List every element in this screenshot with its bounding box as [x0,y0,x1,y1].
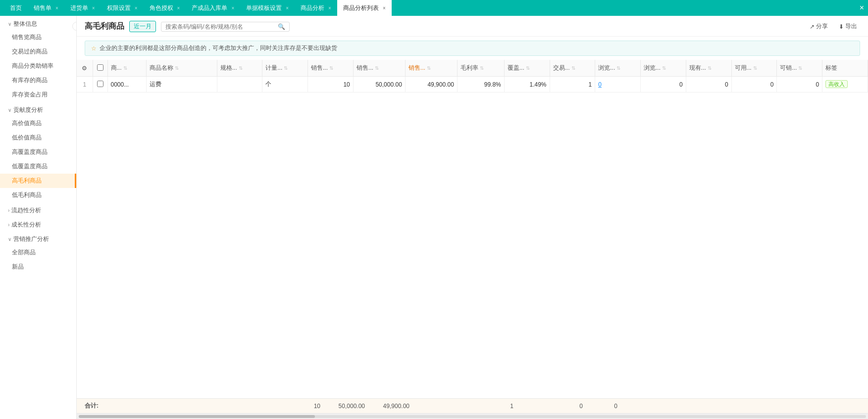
sort-saleable-icon[interactable]: ⇅ [798,65,802,71]
cell-sales-amount: 50,000.00 [353,77,405,93]
sidebar-group-contribution-arrow: ∨ [8,107,11,113]
sort-trade-icon[interactable]: ⇅ [571,65,575,71]
sidebar-item-low-value[interactable]: 低价值商品 [0,131,76,145]
sort-coverage-icon[interactable]: ⇅ [526,65,530,71]
col-settings[interactable]: ⚙ [77,60,93,77]
row-checkbox[interactable] [97,81,103,87]
nav-analysis-list-label: 商品分析列表 [343,4,379,12]
export-button[interactable]: ⬇ 导出 [836,21,860,32]
cell-browse2: 0 [641,77,686,93]
time-filter-button[interactable]: 近一月 [129,21,156,32]
sidebar-item-sales-overview[interactable]: 销售览商品 [0,30,76,45]
nav-role[interactable]: 角色授权 × [144,0,186,16]
nav-template[interactable]: 单据模板设置 × [240,0,295,16]
sort-name-icon[interactable]: ⇅ [175,65,179,71]
sort-browse2-icon[interactable]: ⇅ [662,65,666,71]
nav-sales-close[interactable]: × [55,5,58,11]
sidebar-item-high-coverage[interactable]: 高覆盖度商品 [0,145,76,159]
sort-gross-rate-icon[interactable]: ⇅ [480,65,484,71]
cell-gross-rate: 99.8% [457,77,504,93]
col-sales-amount: 销售... ⇅ [353,60,405,77]
col-browse1: 浏览... ⇅ [595,60,641,77]
sort-sales-cost-icon[interactable]: ⇅ [427,65,431,71]
content-header: 高毛利商品 近一月 🔍 ↗ 分享 ⬇ 导出 [77,16,868,37]
settings-icon[interactable]: ⚙ [82,65,87,72]
horizontal-scrollbar[interactable] [77,413,868,419]
info-banner: ☆ 企业的主要的利润都是这部分商品创造的，可考虑加大推广，同时关注库存是不要出现… [85,41,860,56]
cell-tag: 高收入 [822,77,868,93]
sidebar-item-high-margin[interactable]: 高毛利商品 [0,174,76,188]
footer-sales-cost: 49,900.00 [368,403,412,410]
nav-purchase[interactable]: 进货单 × [64,0,101,16]
sort-code-icon[interactable]: ⇅ [123,65,127,71]
sidebar-item-high-value[interactable]: 高价值商品 [0,116,76,131]
cell-trade: 1 [550,77,595,93]
nav-permissions-close[interactable]: × [135,5,138,11]
nav-home[interactable]: 首页 [4,0,28,16]
search-icon[interactable]: 🔍 [278,23,285,30]
data-table: ⚙ 商... ⇅ 商品名称 [77,60,868,93]
sidebar-group-growth[interactable]: › 成长性分析 [0,217,76,231]
col-current-stock: 现有... ⇅ [686,60,731,77]
sidebar-group-trend-arrow: › [8,208,9,213]
share-button[interactable]: ↗ 分享 [807,21,831,32]
cell-checkbox[interactable] [93,77,107,93]
table-container[interactable]: ⚙ 商... ⇅ 商品名称 [77,60,868,398]
nav-production-close[interactable]: × [231,5,234,11]
nav-analysis-list-close[interactable]: × [383,5,386,11]
close-all-tabs[interactable]: × [860,3,864,12]
sidebar-item-low-margin[interactable]: 低毛利商品 [0,188,76,202]
sort-unit-icon[interactable]: ⇅ [284,65,288,71]
scrollbar-thumb[interactable] [79,415,315,418]
page-title: 高毛利商品 [85,21,124,32]
share-label: 分享 [816,22,828,31]
sidebar-item-new-products[interactable]: 新品 [0,260,76,274]
sidebar-item-stock-capital[interactable]: 库存资金占用 [0,88,76,102]
sort-available-icon[interactable]: ⇅ [753,65,757,71]
sidebar-item-traded[interactable]: 交易过的商品 [0,45,76,59]
nav-role-close[interactable]: × [177,5,180,11]
sidebar-group-contribution[interactable]: ∨ 贡献度分析 [0,102,76,116]
nav-production[interactable]: 产成品入库单 × [186,0,240,16]
col-saleable: 可销... ⇅ [777,60,822,77]
nav-analysis[interactable]: 商品分析 × [295,0,337,16]
scrollbar-track [79,415,866,418]
footer-total-label: 合计: [85,402,119,410]
nav-analysis-close[interactable]: × [328,5,331,11]
search-input[interactable] [165,23,278,30]
sidebar-item-in-stock[interactable]: 有库存的商品 [0,73,76,88]
nav-role-label: 角色授权 [150,4,173,12]
nav-permissions[interactable]: 权限设置 × [101,0,144,16]
sidebar-group-overall[interactable]: ∨ 整体信息 [0,16,76,30]
footer-browse2: 0 [551,403,586,410]
select-all-checkbox[interactable] [97,64,103,71]
sort-sales-amount-icon[interactable]: ⇅ [375,65,379,71]
col-sales-qty: 销售... ⇅ [308,60,354,77]
cell-sales-qty: 10 [308,77,354,93]
sidebar-item-category-rate[interactable]: 商品分类助销率 [0,59,76,73]
nav-sales[interactable]: 销售单 × [28,0,64,16]
cell-sales-cost: 49,900.00 [405,77,457,93]
info-icon: ☆ [91,45,97,52]
sidebar-item-all-products[interactable]: 全部商品 [0,245,76,260]
table-row: 1 0000... 运费 个 10 50,000.00 49,900.00 99… [77,77,868,93]
footer-total-columns: 10 50,000.00 49,900.00 1 0 0 [119,403,860,410]
nav-analysis-list[interactable]: 商品分析列表 × [337,0,392,16]
sidebar-group-trend[interactable]: › 流趋性分析 [0,202,76,217]
col-coverage: 覆盖... ⇅ [504,60,550,77]
nav-purchase-close[interactable]: × [92,5,95,11]
sort-sales-qty-icon[interactable]: ⇅ [329,65,333,71]
nav-template-close[interactable]: × [286,5,289,11]
sort-current-stock-icon[interactable]: ⇅ [708,65,712,71]
col-code: 商... ⇅ [107,60,147,77]
sort-spec-icon[interactable]: ⇅ [239,65,243,71]
cell-browse1[interactable]: 0 [595,77,641,93]
export-icon: ⬇ [839,23,844,30]
sort-browse1-icon[interactable]: ⇅ [616,65,620,71]
nav-analysis-label: 商品分析 [301,4,324,12]
sidebar-group-marketing[interactable]: ∨ 营销推广分析 [0,231,76,245]
export-label: 导出 [845,22,857,31]
sidebar: 《 ∨ 整体信息 销售览商品 交易过的商品 商品分类助销率 有库存的商品 库存资… [0,16,77,419]
col-tag: 标签 [822,60,868,77]
sidebar-item-low-coverage[interactable]: 低覆盖度商品 [0,159,76,174]
